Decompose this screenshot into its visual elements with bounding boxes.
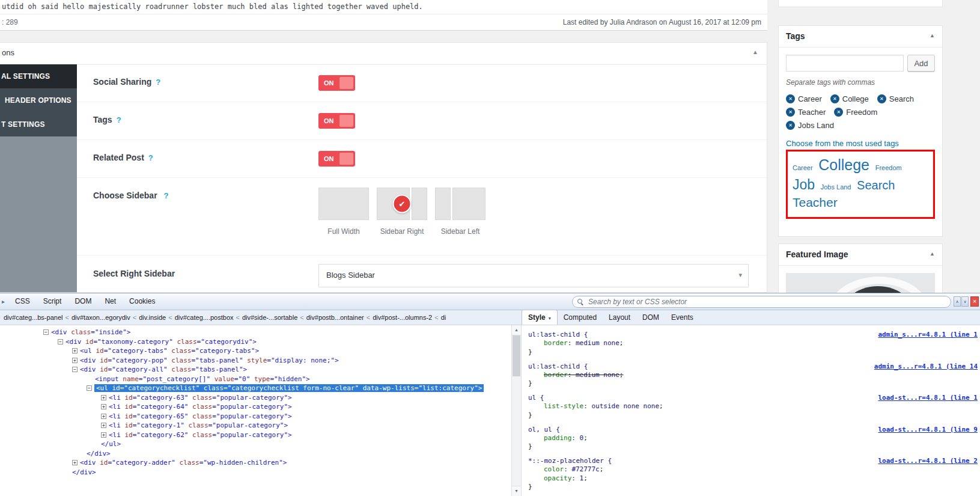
help-icon[interactable]: ? bbox=[163, 191, 168, 200]
right-sidebar-select[interactable]: Blogs Sidebar ▾ bbox=[318, 264, 749, 287]
help-icon[interactable]: ? bbox=[156, 78, 160, 87]
expand-icon[interactable]: + bbox=[101, 423, 106, 428]
help-icon[interactable]: ? bbox=[148, 153, 153, 162]
layout-option-full-width[interactable]: Full Width bbox=[318, 188, 369, 236]
collapse-icon[interactable]: − bbox=[43, 329, 49, 335]
html-tree-line[interactable]: <input name="post_category[]" value="0" … bbox=[0, 375, 511, 384]
tagcloud-item-job[interactable]: Job bbox=[793, 177, 815, 192]
tags-metabox-header[interactable]: Tags ▲ bbox=[779, 26, 942, 47]
nav-item-t-settings[interactable]: T SETTINGS bbox=[0, 112, 77, 136]
side-tab-computed[interactable]: Computed bbox=[558, 310, 603, 325]
firebug-tab-script[interactable]: Script bbox=[37, 293, 68, 310]
html-tree-line[interactable]: +<li id="category-1" class="popular-cate… bbox=[0, 421, 511, 430]
toggle-tags[interactable]: ON bbox=[318, 113, 355, 129]
breadcrumb-item[interactable]: div#categ....postbox bbox=[175, 314, 234, 321]
html-tree-line[interactable]: −<div id="category-all" class="tabs-pane… bbox=[0, 365, 511, 375]
post-content-text[interactable]: utdid oh said hello majestically roadrun… bbox=[0, 0, 767, 14]
remove-tag-icon[interactable]: ✕ bbox=[830, 94, 839, 103]
css-property[interactable]: color: #72777c; bbox=[528, 465, 980, 474]
html-tree-line[interactable]: +<li id="category-63" class="popular-cat… bbox=[0, 393, 511, 403]
collapse-icon[interactable]: − bbox=[87, 385, 92, 391]
html-tree-line[interactable]: </div> bbox=[0, 468, 511, 477]
html-tree-line[interactable]: +<ul id="category-tabs" class="category-… bbox=[0, 346, 511, 356]
scroll-down-icon[interactable]: ▼ bbox=[512, 486, 521, 496]
side-tab-dom[interactable]: DOM bbox=[636, 310, 665, 325]
search-prev-icon[interactable]: ∧ bbox=[954, 296, 961, 307]
breadcrumb-item[interactable]: div#categ...bs-panel bbox=[4, 314, 62, 321]
tagcloud-item-career[interactable]: Career bbox=[793, 164, 813, 171]
most-used-tags-link[interactable]: Choose from the most used tags bbox=[786, 139, 899, 148]
add-tag-button[interactable]: Add bbox=[907, 55, 935, 72]
css-property[interactable]: border: medium none; bbox=[528, 371, 980, 380]
expand-icon[interactable]: + bbox=[101, 432, 106, 438]
source-link[interactable]: load-st...r=4.8.1 (line 2 bbox=[878, 456, 978, 465]
nav-item-header-options[interactable]: HEADER OPTIONS bbox=[0, 88, 77, 112]
html-tree-line[interactable]: </div> bbox=[0, 449, 511, 459]
tagcloud-item-freedom[interactable]: Freedom bbox=[875, 164, 902, 171]
side-tab-layout[interactable]: Layout bbox=[603, 310, 636, 325]
run-icon[interactable]: ▸ bbox=[2, 298, 5, 305]
html-tree-line[interactable]: +<div id="category-adder" class="wp-hidd… bbox=[0, 458, 511, 468]
expand-icon[interactable]: + bbox=[101, 395, 106, 400]
html-tree-line[interactable]: −<div class="inside"> bbox=[0, 328, 511, 337]
layout-option-sidebar-right[interactable]: ✔ Sidebar Right bbox=[377, 188, 427, 236]
css-property[interactable]: opacity: 1; bbox=[528, 474, 980, 483]
remove-tag-icon[interactable]: ✕ bbox=[877, 94, 886, 103]
scroll-up-icon[interactable]: ▲ bbox=[512, 325, 521, 335]
tagcloud-item-search[interactable]: Search bbox=[857, 179, 895, 192]
collapse-toggle-icon[interactable]: ▲ bbox=[930, 32, 935, 38]
breadcrumb-item[interactable]: div#postb...ontainer bbox=[306, 314, 364, 321]
html-tree-line[interactable]: +<li id="category-64" class="popular-cat… bbox=[0, 402, 511, 412]
source-link[interactable]: load-st...r=4.8.1 (line 1 bbox=[878, 393, 978, 402]
expand-icon[interactable]: + bbox=[72, 348, 78, 354]
collapse-toggle-icon[interactable]: ▲ bbox=[930, 251, 935, 257]
breadcrumb-item[interactable]: div.inside bbox=[139, 314, 166, 321]
remove-tag-icon[interactable]: ✕ bbox=[786, 121, 795, 130]
toggle-related-post[interactable]: ON bbox=[318, 151, 355, 167]
scrollbar-thumb[interactable] bbox=[513, 335, 520, 376]
close-icon[interactable]: ✕ bbox=[970, 296, 979, 307]
firebug-tab-css[interactable]: CSS bbox=[8, 293, 37, 310]
firebug-tab-cookies[interactable]: Cookies bbox=[123, 293, 162, 310]
breadcrumb-item[interactable]: div#post-...olumns-2 bbox=[373, 314, 432, 321]
html-tree-line[interactable]: +<li id="category-65" class="popular-cat… bbox=[0, 412, 511, 421]
help-icon[interactable]: ? bbox=[117, 115, 121, 124]
featured-image-header[interactable]: Featured Image ▲ bbox=[779, 244, 942, 266]
breadcrumb-item[interactable]: di bbox=[441, 314, 446, 321]
source-link[interactable]: admin_s...r=4.8.1 (line 14 bbox=[874, 362, 978, 371]
layout-option-sidebar-left[interactable]: Sidebar Left bbox=[435, 188, 485, 236]
expand-icon[interactable]: + bbox=[101, 414, 106, 419]
expand-icon[interactable]: + bbox=[72, 460, 78, 465]
nav-item-al-settings[interactable]: AL SETTINGS bbox=[0, 64, 77, 88]
scrollbar[interactable]: ▲ ▼ bbox=[511, 325, 522, 496]
breadcrumb-item[interactable]: div#side-...sortable bbox=[242, 314, 297, 321]
html-tree-line[interactable]: </ul> bbox=[0, 439, 511, 449]
remove-tag-icon[interactable]: ✕ bbox=[786, 94, 795, 103]
remove-tag-icon[interactable]: ✕ bbox=[786, 108, 795, 117]
collapse-icon[interactable]: − bbox=[72, 367, 78, 372]
search-next-icon[interactable]: ∨ bbox=[961, 296, 969, 307]
html-tree-line[interactable]: −<ul id="categorychecklist" class="categ… bbox=[0, 384, 511, 393]
side-tab-style[interactable]: Style▾ bbox=[522, 310, 558, 325]
collapse-panel-icon[interactable]: ▲ bbox=[752, 49, 758, 55]
breadcrumb-item[interactable]: div#taxon...egorydiv bbox=[72, 314, 130, 321]
firebug-tab-dom[interactable]: DOM bbox=[68, 293, 98, 310]
tagcloud-item-college[interactable]: College bbox=[818, 156, 869, 173]
expand-icon[interactable]: + bbox=[101, 404, 106, 409]
tagcloud-item-jobs-land[interactable]: Jobs Land bbox=[821, 183, 851, 191]
expand-icon[interactable]: + bbox=[72, 358, 78, 363]
source-link[interactable]: admin_s...r=4.8.1 (line 1 bbox=[878, 330, 978, 339]
css-property[interactable]: border: medium none; bbox=[528, 339, 980, 348]
remove-tag-icon[interactable]: ✕ bbox=[834, 108, 843, 117]
css-property[interactable]: list-style: outside none none; bbox=[528, 402, 980, 411]
html-tree-line[interactable]: +<li id="category-62" class="popular-cat… bbox=[0, 430, 511, 440]
collapse-icon[interactable]: − bbox=[58, 339, 63, 344]
side-tab-events[interactable]: Events bbox=[665, 310, 699, 325]
tagcloud-item-teacher[interactable]: Teacher bbox=[793, 195, 838, 209]
css-property[interactable]: padding: 0; bbox=[528, 434, 980, 443]
new-tag-input[interactable] bbox=[786, 55, 904, 72]
html-tree-line[interactable]: −<div id="taxonomy-category" class="cate… bbox=[0, 337, 511, 347]
toggle-social-sharing[interactable]: ON bbox=[318, 75, 355, 91]
search-input[interactable] bbox=[587, 297, 946, 307]
html-tree-line[interactable]: +<div id="category-pop" class="tabs-pane… bbox=[0, 356, 511, 366]
